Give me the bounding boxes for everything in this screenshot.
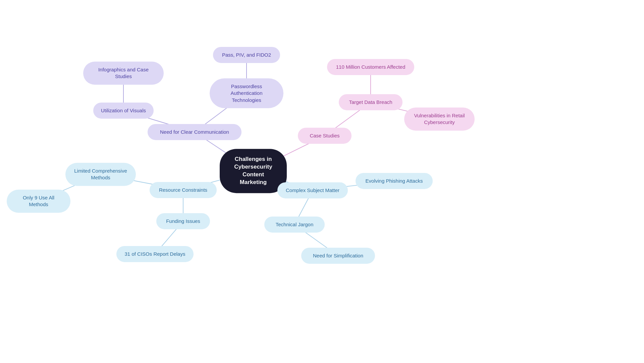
node-need-clear-comm: Need for Clear Communication	[148, 124, 241, 140]
node-technical-jargon: Technical Jargon	[264, 217, 325, 233]
node-pass-piv: Pass, PIV, and FIDO2	[213, 47, 280, 63]
node-resource-constraints: Resource Constraints	[150, 182, 217, 198]
node-passwordless: Passwordless Authentication Technologies	[210, 78, 283, 108]
node-110-million: 110 Million Customers Affected	[327, 59, 414, 75]
node-complex-subject: Complex Subject Matter	[277, 182, 348, 198]
node-infographics: Infographics and Case Studies	[83, 62, 164, 85]
node-need-simplification: Need for Simplification	[301, 248, 375, 264]
node-only-9: Only 9 Use All Methods	[7, 190, 70, 213]
node-funding-issues: Funding Issues	[156, 213, 210, 229]
node-limited-methods: Limited Comprehensive Methods	[65, 163, 136, 186]
node-31-cisos: 31 of CISOs Report Delays	[116, 246, 194, 262]
mindmap-canvas: Challenges in Cybersecurity Content Mark…	[0, 0, 644, 363]
node-utilization-visuals: Utilization of Visuals	[93, 103, 154, 119]
node-target-breach: Target Data Breach	[339, 94, 402, 110]
node-case-studies: Case Studies	[298, 128, 352, 144]
center-node: Challenges in Cybersecurity Content Mark…	[220, 149, 287, 193]
node-evolving-phishing: Evolving Phishing Attacks	[356, 173, 433, 189]
node-vulnerabilities: Vulnerabilities in Retail Cybersecurity	[404, 108, 475, 131]
